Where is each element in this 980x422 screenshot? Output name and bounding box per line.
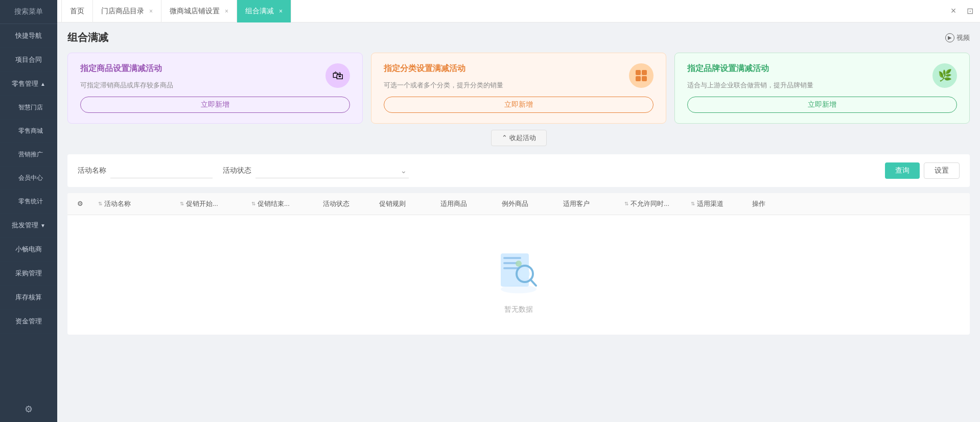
sort-icon: ⇅ (624, 201, 628, 206)
svg-rect-1 (642, 70, 647, 75)
goods-card-desc: 可指定滞销商品或库存较多商品 (80, 80, 350, 90)
th-status: 活动状态 (318, 193, 374, 215)
th-start[interactable]: ⇅ 促销开始... (175, 193, 246, 215)
sidebar-item-member-center[interactable]: 会员中心 (0, 167, 57, 190)
th-customer-label: 适用客户 (563, 199, 590, 208)
th-except-label: 例外商品 (502, 199, 528, 208)
tab-combo-discount[interactable]: 组合满减 × (237, 0, 291, 22)
sidebar-item-quick-nav[interactable]: 快捷导航 (0, 24, 57, 48)
sidebar-item-purchase-mgmt[interactable]: 采购管理 (0, 262, 57, 286)
goods-card-title: 指定商品设置满减活动 (80, 63, 350, 74)
tab-home[interactable]: 首页 (61, 0, 93, 22)
tab-wechat-store-label: 微商城店铺设置 (170, 7, 220, 16)
sidebar-item-label: 库存核算 (15, 293, 42, 302)
tab-wechat-store-close[interactable]: × (225, 8, 228, 15)
tab-bar-actions: × ⊡ (947, 5, 976, 17)
brand-card-desc: 适合与上游企业联合做营销，提升品牌销量 (687, 80, 957, 90)
gear-icon: ⚙ (77, 200, 83, 207)
tab-wechat-store[interactable]: 微商城店铺设置 × (161, 0, 237, 22)
arrow-icon: ▲ (40, 81, 45, 87)
svg-rect-2 (636, 76, 641, 81)
sidebar-search[interactable]: 搜索菜单 (0, 0, 57, 24)
video-link[interactable]: ▶ 视频 (945, 33, 970, 42)
th-name-label: 活动名称 (104, 199, 131, 208)
th-customer: 适用客户 (558, 193, 619, 215)
th-channel-label: 适用渠道 (697, 199, 724, 208)
tab-bar: 首页 门店商品目录 × 微商城店铺设置 × 组合满减 × × ⊡ (57, 0, 980, 22)
brand-card-title: 指定品牌设置满减活动 (687, 63, 957, 74)
play-icon: ▶ (945, 33, 954, 42)
sidebar-settings[interactable]: ⚙ (0, 396, 57, 422)
filter-status-item: 活动状态 ⌄ (223, 163, 409, 178)
th-notallow[interactable]: ⇅ 不允许同时... (619, 193, 686, 215)
page-content: 组合满减 ▶ 视频 🛍 指定商品设置满减活动 可指定滞销商品或库存较多商品 立即… (57, 22, 980, 422)
activity-cards: 🛍 指定商品设置满减活动 可指定滞销商品或库存较多商品 立即新增 指定分类设置满… (67, 53, 970, 124)
chevron-down-icon: ⌄ (401, 167, 407, 175)
sidebar-item-marketing[interactable]: 营销推广 (0, 143, 57, 167)
sidebar-item-project-contract[interactable]: 项目合同 (0, 48, 57, 72)
empty-illustration (488, 246, 549, 297)
th-end[interactable]: ⇅ 促销结束... (246, 193, 318, 215)
sidebar-item-label: 批发管理 (12, 221, 38, 230)
restore-button[interactable]: × (947, 5, 960, 17)
th-name[interactable]: ⇅ 活动名称 (93, 193, 175, 215)
filter-name-item: 活动名称 (78, 163, 213, 178)
filter-name-label: 活动名称 (78, 166, 106, 175)
tab-combo-discount-close[interactable]: × (279, 8, 283, 15)
gear-icon: ⚙ (25, 404, 33, 414)
filter-status-label: 活动状态 (223, 166, 251, 175)
th-except: 例外商品 (497, 193, 558, 215)
th-rule-label: 促销规则 (379, 199, 406, 208)
sidebar-item-retail-stats[interactable]: 零售统计 (0, 190, 57, 214)
sidebar-item-label: 营销推广 (18, 150, 43, 159)
th-start-label: 促销开始... (186, 199, 218, 208)
category-card-btn[interactable]: 立即新增 (384, 97, 654, 113)
tab-store-catalog[interactable]: 门店商品目录 × (93, 0, 161, 22)
filter-status-select-wrap: ⌄ (255, 163, 409, 178)
sidebar-item-label: 零售商城 (18, 127, 43, 135)
collapse-button[interactable]: ⌃ 收起活动 (491, 130, 547, 146)
svg-line-11 (530, 279, 536, 286)
th-rule: 促销规则 (374, 193, 435, 215)
filter-actions: 查询 设置 (885, 162, 960, 179)
brand-activity-card: 🌿 指定品牌设置满减活动 适合与上游企业联合做营销，提升品牌销量 立即新增 (674, 53, 970, 124)
sort-icon: ⇅ (251, 201, 255, 206)
category-card-icon (629, 63, 654, 88)
th-goods: 适用商品 (435, 193, 497, 215)
sidebar-item-label: 快捷导航 (15, 31, 42, 40)
sidebar-item-retail-mgmt[interactable]: 零售管理 ▲ (0, 72, 57, 96)
svg-rect-6 (503, 257, 521, 259)
sidebar-item-wholesale-mgmt[interactable]: 批发管理 ▼ (0, 214, 57, 238)
th-ops-label: 操作 (752, 199, 765, 208)
tab-store-catalog-close[interactable]: × (149, 8, 153, 15)
page-header: 组合满减 ▶ 视频 (67, 31, 970, 44)
arrow-icon: ▼ (40, 223, 45, 228)
svg-rect-0 (636, 70, 641, 75)
tab-combo-discount-label: 组合满减 (245, 7, 274, 16)
goods-activity-card: 🛍 指定商品设置满减活动 可指定滞销商品或库存较多商品 立即新增 (67, 53, 363, 124)
query-button[interactable]: 查询 (885, 162, 920, 179)
video-label: 视频 (956, 33, 970, 42)
sidebar-item-label: 零售管理 (12, 79, 38, 88)
sidebar-item-label: 智慧门店 (18, 103, 43, 112)
category-activity-card: 指定分类设置满减活动 可选一个或者多个分类，提升分类的销量 立即新增 (371, 53, 666, 124)
th-gear[interactable]: ⚙ (67, 194, 93, 214)
sidebar-item-xiaochang[interactable]: 小畅电商 (0, 238, 57, 262)
filter-name-input[interactable] (110, 163, 213, 178)
sidebar-item-label: 资金管理 (15, 317, 42, 326)
svg-point-12 (516, 261, 522, 267)
sidebar-item-label: 项目合同 (15, 55, 42, 64)
goods-card-btn[interactable]: 立即新增 (80, 97, 350, 113)
sidebar-item-retail-mall[interactable]: 零售商城 (0, 120, 57, 143)
set-button[interactable]: 设置 (924, 162, 960, 179)
sidebar-item-finance[interactable]: 资金管理 (0, 310, 57, 334)
svg-rect-3 (642, 76, 647, 81)
filter-status-select[interactable] (255, 163, 409, 178)
sidebar-item-label: 零售统计 (18, 197, 43, 206)
goods-card-icon: 🛍 (325, 63, 350, 88)
sidebar-item-smart-store[interactable]: 智慧门店 (0, 96, 57, 120)
th-channel[interactable]: ⇅ 适用渠道 (686, 193, 747, 215)
brand-card-btn[interactable]: 立即新增 (687, 97, 957, 113)
maximize-button[interactable]: ⊡ (964, 5, 976, 17)
sidebar-item-inventory[interactable]: 库存核算 (0, 286, 57, 310)
